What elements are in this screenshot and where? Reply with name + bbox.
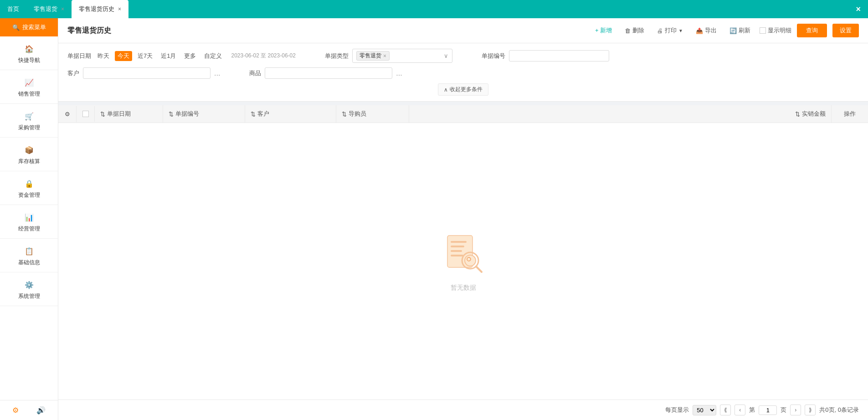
tab-home[interactable]: 首页 [0, 0, 26, 18]
settings-btn[interactable]: 设置 [832, 24, 859, 37]
th-bill-no-sort-icon: ⇅ [169, 111, 174, 118]
page-number-input[interactable] [759, 405, 777, 415]
inventory-label: 库存核算 [18, 158, 40, 165]
main-layout: 🔍 搜索菜单 🏠 快捷导航 📈 销售管理 🛒 采购管理 📦 库存核算 🔒 [0, 18, 868, 420]
filter-goods: 商品 ... [249, 67, 402, 79]
tab-home-label: 首页 [7, 5, 19, 13]
th-guide-label: 导购员 [349, 110, 366, 118]
inventory-icon: 📦 [24, 145, 34, 155]
th-amount[interactable]: ⇅ 实销金额 [409, 105, 832, 123]
filter-bill-date: 单据日期 昨天 今天 近7天 近1月 更多 自定义 2023-06-02 至 2… [67, 51, 296, 61]
tab-return[interactable]: 零售退货 × [26, 0, 72, 18]
bill-type-select[interactable]: 零售退货 × ∨ [352, 49, 452, 63]
th-gear[interactable]: ⚙ [58, 106, 77, 122]
operations-icon: 📊 [24, 212, 34, 222]
filter-row-1: 单据日期 昨天 今天 近7天 近1月 更多 自定义 2023-06-02 至 2… [67, 49, 859, 63]
tab-return-label: 零售退货 [34, 5, 57, 13]
print-btn[interactable]: 🖨 打印 ▼ [653, 25, 687, 36]
bill-no-label: 单据编号 [482, 52, 505, 60]
tab-return-history-label: 零售退货历史 [79, 5, 114, 13]
customer-dots-btn[interactable]: ... [214, 69, 220, 77]
prev-page-btn[interactable]: ‹ [734, 405, 745, 415]
sidebar-item-basic-info[interactable]: 📋 基础信息 [0, 239, 58, 272]
date-range-display: 2023-06-02 至 2023-06-02 [231, 52, 295, 60]
sidebar-item-quick-nav[interactable]: 🏠 快捷导航 [0, 36, 58, 70]
date-opt-1month[interactable]: 近1月 [158, 51, 179, 61]
empty-image [441, 231, 486, 277]
bill-type-tag-close[interactable]: × [383, 53, 386, 59]
th-amount-label: 实销金额 [802, 110, 826, 118]
sidebar: 🔍 搜索菜单 🏠 快捷导航 📈 销售管理 🛒 采购管理 📦 库存核算 🔒 [0, 18, 58, 420]
sidebar-item-system-mgmt[interactable]: ⚙️ 系统管理 [0, 272, 58, 306]
sidebar-item-purchase-mgmt[interactable]: 🛒 采购管理 [0, 104, 58, 138]
th-customer[interactable]: ⇅ 客户 [245, 105, 336, 123]
th-action-label: 操作 [844, 110, 856, 118]
tab-return-history-close[interactable]: × [118, 6, 121, 12]
query-btn[interactable]: 查询 [797, 24, 827, 37]
show-detail-toggle[interactable]: 显示明细 [760, 26, 791, 35]
next-page-btn[interactable]: › [790, 405, 801, 415]
bill-date-label: 单据日期 [67, 52, 91, 60]
purchase-label: 采购管理 [18, 124, 40, 132]
bill-no-input[interactable] [509, 50, 609, 61]
th-date-label: 单据日期 [107, 110, 131, 118]
th-date[interactable]: ⇅ 单据日期 [95, 105, 163, 123]
th-bill-no[interactable]: ⇅ 单据编号 [163, 105, 245, 123]
refresh-btn[interactable]: 🔄 刷新 [726, 25, 754, 36]
select-all-checkbox[interactable] [82, 111, 89, 117]
collapse-label: 收起更多条件 [450, 86, 483, 93]
search-menu-btn[interactable]: 🔍 搜索菜单 [0, 18, 58, 36]
date-opt-today[interactable]: 今天 [115, 51, 132, 61]
th-checkbox[interactable] [77, 106, 95, 122]
th-customer-label: 客户 [257, 110, 269, 118]
filter-bill-type: 单据类型 零售退货 × ∨ [325, 49, 452, 63]
th-guide[interactable]: ⇅ 导购员 [336, 105, 409, 123]
settings-bottom-icon[interactable]: ⚙ [12, 406, 19, 415]
sidebar-item-sales-mgmt[interactable]: 📈 销售管理 [0, 70, 58, 104]
table-gear-icon[interactable]: ⚙ [65, 111, 70, 118]
per-page-select[interactable]: 50 10 20 100 [693, 405, 716, 415]
collapse-btn[interactable]: ∧ 收起更多条件 [438, 83, 488, 96]
tab-return-close[interactable]: × [61, 6, 64, 12]
th-action: 操作 [832, 105, 868, 123]
date-opt-custom[interactable]: 自定义 [201, 51, 225, 61]
refresh-btn-label: 刷新 [739, 26, 750, 35]
bill-type-label: 单据类型 [325, 52, 349, 60]
delete-btn-label: 删除 [632, 26, 644, 35]
date-opt-yesterday[interactable]: 昨天 [95, 51, 112, 61]
date-opt-more[interactable]: 更多 [181, 51, 199, 61]
show-detail-label-text: 显示明细 [768, 26, 791, 35]
window-close-btn[interactable]: × [856, 5, 861, 14]
basic-info-label: 基础信息 [18, 259, 40, 266]
page-header: 零售退货历史 + 新增 🗑 删除 🖨 打印 ▼ 📤 导出 [58, 18, 868, 43]
goods-input[interactable] [265, 67, 392, 79]
header-actions: + 新增 🗑 删除 🖨 打印 ▼ 📤 导出 🔄 刷新 [591, 24, 859, 37]
bill-type-tag: 零售退货 × [356, 51, 390, 61]
svg-rect-2 [451, 246, 464, 247]
goods-dots-btn[interactable]: ... [396, 69, 402, 77]
filter-customer: 客户 ... [67, 67, 220, 79]
sales-label: 销售管理 [18, 90, 40, 98]
customer-label: 客户 [67, 69, 79, 77]
collapse-bar: ∧ 收起更多条件 [67, 83, 859, 96]
th-guide-sort-icon: ⇅ [342, 111, 347, 118]
page-label-suffix: 页 [781, 406, 786, 414]
sidebar-item-inventory[interactable]: 📦 库存核算 [0, 138, 58, 171]
bill-type-tag-label: 零售退货 [360, 52, 381, 60]
date-opt-7days[interactable]: 近7天 [135, 51, 155, 61]
export-btn[interactable]: 📤 导出 [692, 25, 720, 36]
svg-rect-4 [451, 255, 463, 256]
show-detail-checkbox[interactable] [760, 27, 766, 34]
last-page-btn[interactable]: ⟫ [805, 405, 816, 415]
new-btn[interactable]: + 新增 [591, 25, 616, 36]
collapse-up-icon: ∧ [444, 87, 448, 93]
sidebar-item-operations[interactable]: 📊 经营管理 [0, 205, 58, 239]
export-icon: 📤 [696, 27, 703, 34]
volume-icon[interactable]: 🔊 [36, 406, 46, 415]
customer-input[interactable] [83, 67, 211, 79]
first-page-btn[interactable]: ⟪ [720, 405, 731, 415]
delete-btn[interactable]: 🗑 删除 [621, 25, 648, 36]
th-amount-sort-icon: ⇅ [795, 111, 800, 118]
tab-return-history[interactable]: 零售退货历史 × [72, 0, 128, 18]
sidebar-item-finance[interactable]: 🔒 资金管理 [0, 171, 58, 205]
